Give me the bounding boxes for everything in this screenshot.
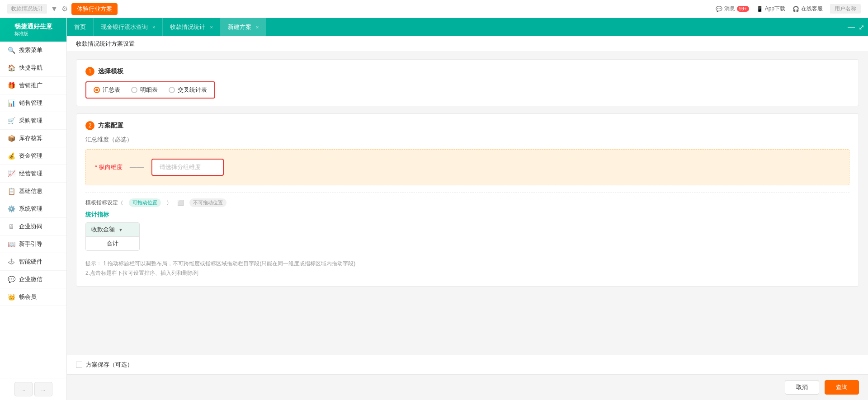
guide-icon: 📖 — [7, 240, 15, 248]
step2-badge: 2 — [85, 121, 94, 130]
header-icons: 💬 消息 99+ 📱 App下载 🎧 在线客服 用户名称 — [716, 4, 861, 14]
tab-new-plan-label: 新建方案 — [228, 23, 251, 31]
metric-section-title: 统计指标 — [85, 211, 849, 219]
sidebar-label-wechat: 企业微信 — [19, 275, 42, 283]
tab-minimize-btn[interactable]: — — [848, 23, 855, 31]
step1-title: 选择模板 — [98, 67, 123, 75]
radio-summary-label: 汇总表 — [103, 86, 120, 94]
tab-receipt-stat-close[interactable]: × — [210, 24, 212, 30]
radio-summary[interactable]: 汇总表 — [94, 86, 120, 94]
save-checkbox[interactable] — [76, 362, 82, 368]
radio-detail-label: 明细表 — [140, 86, 158, 94]
service-label: 在线客服 — [801, 5, 823, 13]
cancel-button[interactable]: 取消 — [785, 380, 819, 395]
sidebar-item-basic[interactable]: 📋 基础信息 — [0, 183, 66, 200]
section-container: 1 选择模板 汇总表 明细表 — [67, 52, 868, 355]
sidebar-item-nav[interactable]: 🏠 快捷导航 — [0, 59, 66, 77]
enterprise-icon: 🖥 — [7, 222, 15, 231]
download-area[interactable]: 📱 App下载 — [756, 5, 785, 13]
required-star: * — [95, 164, 97, 170]
sidebar-bottom-btn2[interactable]: ... — [34, 382, 52, 396]
non-draggable-icon: ⬜ — [177, 200, 184, 206]
sidebar-item-operation[interactable]: 📈 经营管理 — [0, 165, 66, 183]
tab-home-label: 首页 — [74, 23, 86, 31]
dim-select[interactable]: 请选择分组维度 — [151, 159, 224, 176]
bottom-action-bar: 取消 查询 — [67, 374, 868, 400]
sidebar-bottom-btn1[interactable]: ... — [14, 382, 33, 396]
metric-label-bar: 模板指标设定（ 可拖动位置 ） ⬜ 不可拖动位置 — [85, 198, 849, 207]
download-label: App下载 — [765, 5, 785, 13]
radio-cross[interactable]: 交叉统计表 — [169, 86, 207, 94]
download-icon: 📱 — [756, 6, 763, 12]
tab-receipt-stat[interactable]: 收款情况统计 × — [163, 18, 220, 36]
settings-icon[interactable]: ⚙ — [61, 5, 68, 13]
step1-section: 1 选择模板 汇总表 明细表 — [76, 59, 859, 106]
sidebar-item-guide[interactable]: 📖 新手引导 — [0, 235, 66, 253]
metric-data-row: 合计 — [86, 237, 139, 250]
message-icon: 💬 — [716, 6, 722, 12]
step2-title: 方案配置 — [98, 122, 123, 130]
metric-settings-title2: ） — [166, 199, 172, 207]
sidebar-label-nav: 快捷导航 — [19, 64, 42, 72]
sidebar-label-member: 畅会员 — [19, 293, 37, 301]
message-badge: 99+ — [737, 6, 749, 12]
tab-maximize-btn[interactable]: ⤢ — [859, 23, 864, 32]
sidebar-item-member[interactable]: 👑 畅会员 — [0, 288, 66, 306]
sidebar-label-purchase: 采购管理 — [19, 117, 42, 125]
user-area[interactable]: 用户名称 — [830, 4, 861, 14]
sidebar-item-hardware[interactable]: 🕹 智能硬件 — [0, 253, 66, 271]
dropdown-icon[interactable]: ▼ — [51, 5, 58, 13]
query-button[interactable]: 查询 — [825, 380, 859, 395]
draggable-tag: 可拖动位置 — [129, 198, 161, 207]
tab-home[interactable]: 首页 — [67, 18, 94, 36]
service-icon: 🎧 — [793, 6, 799, 12]
tab-new-plan[interactable]: 新建方案 × — [221, 18, 266, 36]
sidebar-bottom: ... ... — [0, 378, 66, 400]
inventory-icon: 📦 — [7, 134, 15, 142]
service-area[interactable]: 🎧 在线客服 — [793, 5, 823, 13]
sidebar-item-enterprise[interactable]: 🖥 企业协同 — [0, 218, 66, 235]
sidebar-item-finance[interactable]: 💰 资金管理 — [0, 147, 66, 165]
sidebar-item-system[interactable]: ⚙️ 系统管理 — [0, 200, 66, 218]
step1-header: 1 选择模板 — [85, 67, 849, 76]
sidebar-item-purchase[interactable]: 🛒 采购管理 — [0, 112, 66, 130]
radio-detail[interactable]: 明细表 — [131, 86, 158, 94]
dim-arrow: —— — [130, 163, 144, 171]
sidebar-label-finance: 资金管理 — [19, 152, 42, 160]
sidebar-item-search[interactable]: 🔍 搜索菜单 — [0, 42, 66, 59]
tab-receipt-stat-label: 收款情况统计 — [170, 23, 205, 31]
basic-icon: 📋 — [7, 187, 15, 195]
sidebar-label-search: 搜索菜单 — [19, 46, 42, 54]
message-label: 消息 — [724, 5, 735, 13]
metric-col-chevron: ▼ — [118, 227, 123, 232]
radio-summary-circle — [94, 87, 100, 93]
radio-cross-label: 交叉统计表 — [178, 86, 207, 94]
sidebar-item-inventory[interactable]: 📦 库存核算 — [0, 130, 66, 147]
trial-btn[interactable]: 体验行业方案 — [71, 3, 118, 15]
marketing-icon: 🎁 — [7, 81, 15, 89]
sidebar-item-wechat[interactable]: 💬 企业微信 — [0, 271, 66, 288]
tab-cash-flow[interactable]: 现金银行流水查询 × — [94, 18, 163, 36]
tab-cash-flow-close[interactable]: × — [152, 24, 155, 30]
system-icon: ⚙️ — [7, 205, 15, 213]
tab-new-plan-close[interactable]: × — [256, 24, 259, 30]
message-area[interactable]: 💬 消息 99+ — [716, 5, 749, 13]
tips-section: 提示： 1.拖动标题栏可以调整布局，不可跨维度或指标区域拖动栏目字段(只能在同一… — [85, 260, 849, 277]
metric-header-row[interactable]: 收款金额 ▼ — [86, 223, 139, 237]
finance-icon: 💰 — [7, 152, 15, 160]
sidebar-label-sales: 销售管理 — [19, 99, 42, 107]
top-header: 收款情况统计 ▼ ⚙ 体验行业方案 💬 消息 99+ 📱 App下载 🎧 在线客… — [0, 0, 868, 18]
sidebar-label-hardware: 智能硬件 — [19, 258, 42, 266]
sidebar: 畅捷通好生意 标准版 🔍 搜索菜单 🏠 快捷导航 🎁 营销推广 📊 销售管理 🛒… — [0, 18, 67, 400]
sidebar-label-enterprise: 企业协同 — [19, 222, 42, 231]
metric-col-header: 收款金额 — [91, 226, 115, 234]
page-footer: 方案保存（可选） — [67, 355, 868, 374]
purchase-icon: 🛒 — [7, 117, 15, 125]
sidebar-label-basic: 基础信息 — [19, 187, 42, 195]
tab-bar-actions: — ⤢ — [848, 23, 868, 32]
sidebar-item-marketing[interactable]: 🎁 营销推广 — [0, 77, 66, 94]
step2-section: 2 方案配置 汇总维度（必选） * 纵向维度 —— 请选择分 — [76, 113, 859, 287]
dimension-label: 汇总维度（必选） — [85, 136, 849, 144]
sidebar-item-sales[interactable]: 📊 销售管理 — [0, 94, 66, 112]
metric-table: 收款金额 ▼ 合计 — [85, 222, 140, 251]
